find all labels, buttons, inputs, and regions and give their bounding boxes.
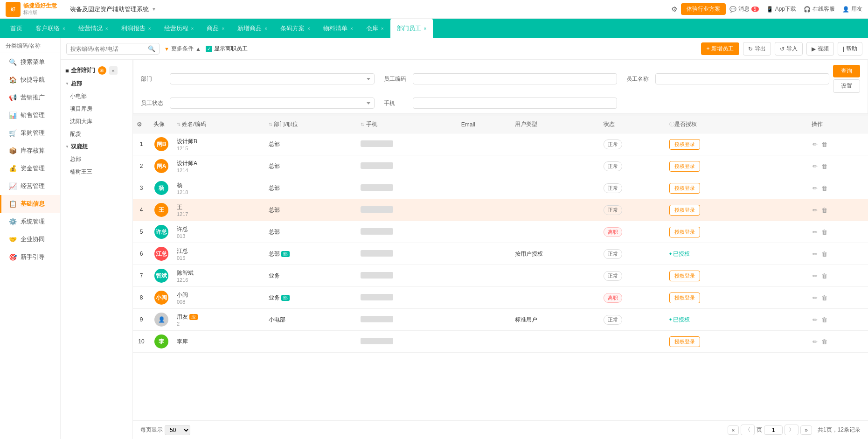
sidebar-item-系统管理[interactable]: ⚙️系统管理 [0,213,60,230]
auth-btn[interactable]: 授权登录 [669,183,700,194]
help-btn[interactable]: | 帮助 [838,42,862,56]
prev-page-btn[interactable]: 〈 [741,425,755,435]
sort-icon-phone[interactable]: ⇅ [361,122,364,127]
dept-node-总部[interactable]: ▼ 总部 [61,77,132,90]
close-tab-icon[interactable]: × [350,26,353,31]
delete-btn[interactable]: 🗑 [820,184,828,193]
next-page-btn[interactable]: 〉 [785,425,799,435]
first-page-btn[interactable]: « [728,425,739,435]
close-tab-icon[interactable]: × [381,26,384,31]
search-input[interactable] [70,46,145,52]
sidebar-item-搜索菜单[interactable]: 🔍搜索菜单 [0,53,60,71]
sidebar-item-经营管理[interactable]: 📈经营管理 [0,177,60,195]
auth-btn[interactable]: 授权登录 [669,336,700,347]
sidebar-search-input[interactable] [6,42,61,49]
nav-tab-仓库[interactable]: 仓库 × [360,19,390,38]
show-resigned-toggle[interactable]: ✓ 显示离职员工 [206,45,248,53]
dept-node-双鹿想[interactable]: ▼ 双鹿想 [61,140,132,153]
last-page-btn[interactable]: » [800,425,812,435]
view-btn[interactable]: ▶ 视频 [806,42,834,56]
edit-btn[interactable]: ✏ [812,315,819,324]
dept-node-沈阳大库[interactable]: 沈阳大库 [61,115,132,128]
search-box[interactable]: 🔍 [66,43,160,55]
empname-input[interactable] [655,73,829,84]
dept-collapse-btn[interactable]: « [109,66,118,75]
auth-btn[interactable]: 授权登录 [669,161,700,172]
dept-node-配货[interactable]: 配货 [61,128,132,140]
close-tab-icon[interactable]: × [191,26,194,31]
delete-btn[interactable]: 🗑 [820,250,828,258]
more-filter-btn[interactable]: ▼ 更多条件 ▲ [164,45,201,53]
delete-btn[interactable]: 🗑 [820,162,828,171]
delete-btn[interactable]: 🗑 [820,206,828,215]
status-select[interactable] [170,98,375,109]
close-tab-icon[interactable]: × [105,26,108,31]
delete-btn[interactable]: 🗑 [820,272,828,280]
delete-btn[interactable]: 🗑 [820,293,828,302]
nav-tab-经营历程[interactable]: 经营历程 × [158,19,201,38]
gear-icon[interactable]: ⚙ [137,121,142,128]
message-btn[interactable]: 💬 消息 5 [729,5,759,13]
sort-icon-name[interactable]: ⇅ [177,122,181,127]
export-btn[interactable]: ↻ 导出 [743,42,771,56]
delete-btn[interactable]: 🗑 [820,337,828,346]
sidebar-item-快捷导航[interactable]: 🏠快捷导航 [0,71,60,89]
edit-btn[interactable]: ✏ [812,140,819,149]
dept-node-楠树王三[interactable]: 楠树王三 [61,166,132,178]
edit-btn[interactable]: ✏ [812,228,819,237]
add-employee-btn[interactable]: + 新增员工 [701,42,739,55]
try-btn[interactable]: 体验行业方案 [681,3,726,15]
auth-btn[interactable]: 授权登录 [669,205,700,216]
dept-node-总部[interactable]: 总部 [61,153,132,166]
nav-tab-客户联络[interactable]: 客户联络 × [29,19,72,38]
sidebar-item-资金管理[interactable]: 💰资金管理 [0,160,60,177]
sidebar-item-销售管理[interactable]: 📊销售管理 [0,106,60,124]
delete-btn[interactable]: 🗑 [820,228,828,237]
sidebar-item-营销推广[interactable]: 📢营销推广 [0,89,60,106]
sidebar-item-新手引导[interactable]: 🎯新手引导 [0,248,60,266]
edit-btn[interactable]: ✏ [812,293,819,302]
app-download-btn[interactable]: 📱 App下载 [766,5,796,13]
sidebar-item-企业协同[interactable]: 🤝企业协同 [0,230,60,248]
close-tab-icon[interactable]: × [62,26,65,31]
auth-btn[interactable]: 授权登录 [669,139,700,150]
page-size-select[interactable]: 50 100 [165,425,190,435]
delete-btn[interactable]: 🗑 [820,315,828,324]
dept-node-项目库房[interactable]: 项目库房 [61,103,132,115]
nav-tab-部门员工[interactable]: 部门员工 × [390,19,433,38]
settings-icon[interactable]: ⚙ [671,5,677,14]
close-tab-icon[interactable]: × [222,26,224,31]
edit-btn[interactable]: ✏ [812,184,819,193]
close-tab-icon[interactable]: × [307,26,310,31]
auth-btn[interactable]: 授权登录 [669,227,700,237]
close-tab-icon[interactable]: × [148,26,151,31]
set-btn[interactable]: 设置 [833,79,860,93]
dept-node-小电部[interactable]: 小电部 [61,90,132,103]
sidebar-item-采购管理[interactable]: 🛒采购管理 [0,124,60,142]
delete-btn[interactable]: 🗑 [820,140,828,149]
close-tab-icon[interactable]: × [264,26,267,31]
phone-input[interactable] [413,98,618,109]
edit-btn[interactable]: ✏ [812,337,819,346]
edit-btn[interactable]: ✏ [812,206,819,215]
auth-btn[interactable]: 授权登录 [669,271,700,281]
empcode-input[interactable] [413,73,618,84]
query-btn[interactable]: 查询 [833,65,860,77]
import-btn[interactable]: ↺ 导入 [775,42,803,56]
user-btn[interactable]: 👤 用友 [842,5,862,13]
nav-tab-首页[interactable]: 首页 [4,19,29,38]
nav-tab-物料清单[interactable]: 物料清单 × [317,19,360,38]
sidebar-item-库存核算[interactable]: 📦库存核算 [0,142,60,160]
sort-icon-dept[interactable]: ⇅ [269,122,272,127]
close-tab-icon[interactable]: × [424,26,427,31]
service-btn[interactable]: 🎧 在线客服 [804,5,835,13]
sidebar-item-基础信息[interactable]: 📋基础信息 [0,195,60,213]
edit-btn[interactable]: ✏ [812,272,819,280]
nav-tab-新增商品[interactable]: 新增商品 × [231,19,274,38]
page-input[interactable] [764,425,783,435]
auth-btn[interactable]: 授权登录 [669,293,700,303]
edit-btn[interactable]: ✏ [812,162,819,171]
all-dept-label[interactable]: ■ 全部部门 [65,66,95,75]
edit-btn[interactable]: ✏ [812,250,819,258]
nav-tab-利润报告[interactable]: 利润报告 × [115,19,158,38]
